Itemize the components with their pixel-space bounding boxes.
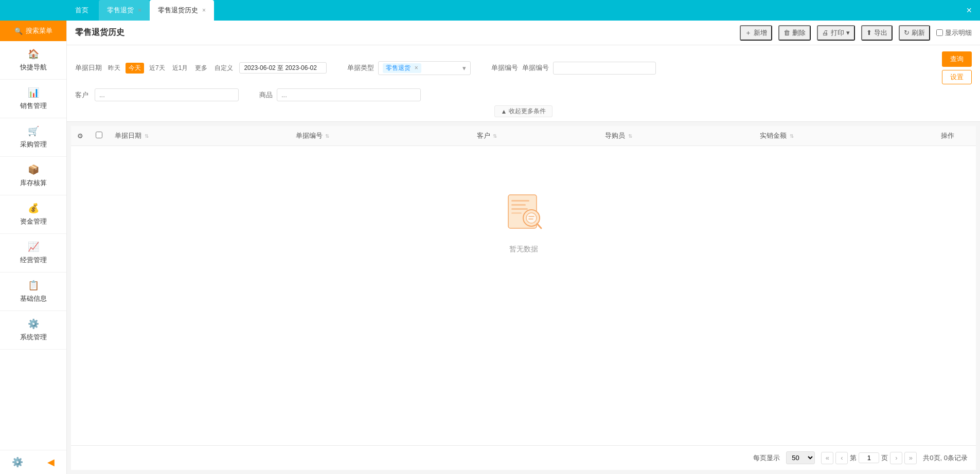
inventory-icon: 📦: [28, 164, 39, 175]
sidebar-item-quick-nav[interactable]: 🏠 快捷导航: [0, 41, 66, 80]
sidebar-item-purchase-mgmt[interactable]: 🛒 采购管理: [0, 118, 66, 157]
date-btn-7days[interactable]: 近7天: [147, 63, 167, 74]
delete-icon: 🗑: [783, 29, 790, 37]
sidebar-item-quick-nav-label: 快捷导航: [20, 63, 47, 72]
sidebar-item-finance-label: 资金管理: [20, 217, 47, 226]
page-header: 零售退货历史 ＋ 新增 🗑 删除 🖨 打印 ▾ ⬆ 导出: [67, 21, 980, 45]
print-icon: 🖨: [822, 29, 829, 37]
date-btn-today[interactable]: 今天: [126, 63, 144, 74]
export-button[interactable]: ⬆ 导出: [861, 25, 893, 41]
th-amount-sort-icon[interactable]: ⇅: [790, 133, 794, 139]
tab-home-label: 首页: [75, 6, 88, 15]
date-range-input[interactable]: [239, 62, 327, 74]
svg-point-6: [526, 213, 537, 223]
page-size-select[interactable]: 50 10 20 100: [786, 451, 815, 464]
show-detail-checkbox-label[interactable]: 显示明细: [936, 28, 972, 38]
th-customer-sort-icon[interactable]: ⇅: [493, 133, 497, 139]
filter-area: 单据日期 昨天 今天 近7天 近1月 更多 自定义 单据类型 零售退货 × ▾: [67, 45, 980, 122]
query-button[interactable]: 查询: [942, 51, 972, 67]
th-date-label: 单据日期: [115, 132, 141, 139]
date-btn-yesterday[interactable]: 昨天: [106, 63, 122, 74]
print-arrow-icon: ▾: [846, 29, 850, 37]
date-quick-buttons: 昨天 今天 近7天 近1月 更多 自定义: [106, 63, 235, 74]
sidebar-item-operations[interactable]: 📈 经营管理: [0, 234, 66, 272]
operations-icon: 📈: [28, 241, 39, 252]
sidebar-item-inventory[interactable]: 📦 库存核算: [0, 157, 66, 195]
num-label-text: 单据编号: [522, 63, 549, 72]
svg-line-7: [537, 224, 541, 228]
sidebar-item-sales-mgmt[interactable]: 📊 销售管理: [0, 80, 66, 118]
page-label-prefix: 第: [850, 453, 857, 463]
svg-rect-3: [511, 208, 528, 210]
tab-retail-return-history-close[interactable]: ×: [202, 7, 206, 14]
type-tag: 零售退货 ×: [383, 63, 421, 73]
tab-retail-return-label: 零售退货: [107, 6, 134, 15]
delete-button[interactable]: 🗑 删除: [778, 25, 811, 41]
last-page-button[interactable]: »: [904, 452, 917, 464]
table-body: 暂无数据: [71, 146, 976, 296]
add-icon: ＋: [745, 28, 752, 38]
sidebar-item-basic-info-label: 基础信息: [20, 294, 47, 303]
customer-filter-label: 客户: [75, 90, 91, 100]
total-info: 共0页, 0条记录: [923, 453, 968, 463]
th-check[interactable]: [90, 126, 109, 146]
type-filter-label: 单据类型: [347, 63, 374, 72]
finance-icon: 💰: [28, 203, 39, 214]
tab-retail-return[interactable]: 零售退货 ×: [99, 0, 150, 21]
date-btn-custom[interactable]: 自定义: [212, 63, 235, 74]
type-tag-remove[interactable]: ×: [415, 64, 418, 71]
collapse-button[interactable]: ▲ 收起更多条件: [494, 105, 553, 117]
tab-retail-return-history[interactable]: 零售退货历史 ×: [150, 0, 214, 21]
th-num-sort-icon[interactable]: ⇅: [325, 133, 329, 139]
settings-gear-icon[interactable]: ⚙️: [12, 457, 23, 468]
sidebar-item-operations-label: 经营管理: [20, 256, 47, 265]
refresh-label: 刷新: [912, 28, 925, 38]
prev-page-button[interactable]: ‹: [835, 452, 848, 464]
collapse-sidebar-icon[interactable]: ◀: [47, 457, 55, 468]
tab-home[interactable]: 首页: [67, 0, 97, 21]
num-filter-input[interactable]: [553, 62, 656, 75]
sidebar-search[interactable]: 🔍 搜索菜单: [0, 21, 66, 41]
th-date-sort-icon[interactable]: ⇅: [145, 133, 149, 139]
refresh-icon: ↻: [904, 29, 910, 37]
sales-icon: 📊: [28, 87, 39, 98]
sidebar-bottom: ⚙️ ◀: [0, 450, 66, 474]
empty-state: 暂无数据: [71, 146, 976, 295]
th-num: 单据编号 ⇅: [290, 126, 471, 146]
sidebar-item-system[interactable]: ⚙️ 系统管理: [0, 311, 66, 350]
tab-retail-return-history-label: 零售退货历史: [158, 6, 198, 15]
first-page-button[interactable]: «: [821, 452, 833, 464]
page-num-input[interactable]: [859, 452, 879, 463]
setting-button[interactable]: 设置: [942, 70, 972, 84]
empty-text: 暂无数据: [509, 245, 538, 254]
type-tag-label: 零售退货: [386, 64, 411, 71]
search-icon: 🔍: [14, 27, 23, 35]
tab-retail-return-close[interactable]: ×: [138, 7, 141, 14]
date-filter-label: 单据日期: [75, 63, 106, 72]
select-all-checkbox[interactable]: [96, 132, 102, 138]
th-amount-label: 实销金额: [760, 132, 787, 139]
type-filter-select[interactable]: 零售退货 × ▾: [378, 61, 471, 75]
next-page-button[interactable]: ›: [890, 452, 902, 464]
th-actions: 操作: [935, 126, 976, 146]
table-header-row: ⚙ 单据日期 ⇅ 单据编号 ⇅ 客户: [71, 126, 976, 146]
goods-filter-input[interactable]: [277, 88, 421, 101]
print-button[interactable]: 🖨 打印 ▾: [817, 25, 855, 41]
customer-filter-input[interactable]: [95, 88, 239, 101]
date-btn-1month[interactable]: 近1月: [170, 63, 190, 74]
add-button[interactable]: ＋ 新增: [740, 25, 772, 41]
sidebar-item-finance[interactable]: 💰 资金管理: [0, 195, 66, 234]
show-detail-checkbox[interactable]: [936, 29, 943, 36]
refresh-button[interactable]: ↻ 刷新: [899, 25, 930, 41]
page-nav: « ‹ 第 页 › »: [821, 452, 917, 464]
delete-label: 删除: [792, 28, 806, 38]
th-num-label: 单据编号: [296, 132, 323, 139]
sidebar-item-basic-info[interactable]: 📋 基础信息: [0, 272, 66, 311]
system-icon: ⚙️: [28, 318, 39, 330]
th-guide-sort-icon[interactable]: ⇅: [628, 133, 632, 139]
filter-row-1: 单据日期 昨天 今天 近7天 近1月 更多 自定义 单据类型 零售退货 × ▾: [75, 51, 972, 84]
window-close-button[interactable]: ×: [966, 5, 972, 16]
date-btn-more[interactable]: 更多: [193, 63, 209, 74]
th-settings[interactable]: ⚙: [71, 126, 90, 146]
empty-state-illustration: [498, 187, 549, 239]
